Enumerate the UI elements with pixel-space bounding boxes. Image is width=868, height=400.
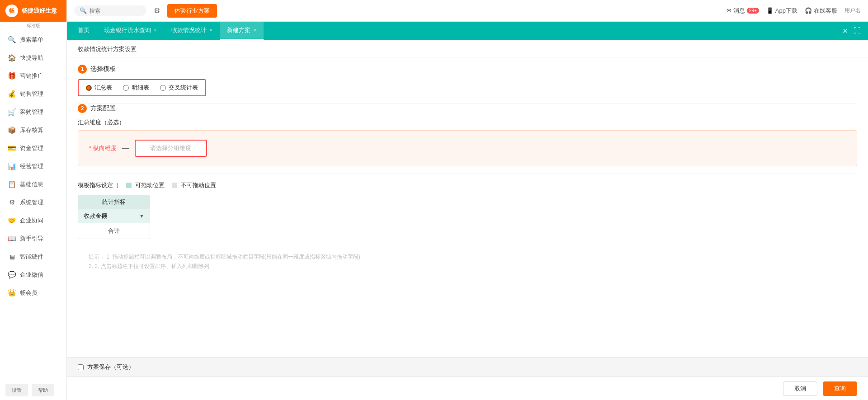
template-cross-radio[interactable]: [160, 85, 166, 91]
sidebar-item-operations[interactable]: 📊 经营管理: [0, 157, 66, 175]
sidebar-item-marketing[interactable]: 🎁 营销推广: [0, 67, 66, 85]
sidebar-item-member[interactable]: 👑 畅会员: [0, 284, 66, 302]
legend-draggable-label: 可拖动位置: [135, 181, 165, 189]
sidebar-item-inventory[interactable]: 📦 库存核算: [0, 121, 66, 139]
save-checkbox[interactable]: [78, 364, 84, 370]
tab-new-plan-label: 新建方案: [227, 26, 250, 34]
user-name: 用户名: [844, 7, 861, 14]
tips-area: 1. 拖动标题栏可以调整布局，不可跨维度或指标区域拖动栏目字段(只能在同一维度或…: [78, 248, 857, 278]
indicator-header: 模板指标设定（ 可拖动位置 不可拖动位置: [78, 181, 857, 189]
sidebar-item-label: 畅会员: [20, 289, 38, 297]
chart-icon: 📊: [7, 162, 16, 171]
logo-icon: 畅: [5, 5, 18, 17]
tabbar-actions: ✕ ⛶: [840, 22, 864, 40]
sidebar-item-hardware[interactable]: 🖥 智能硬件: [0, 248, 66, 266]
indicator-table-header: 统计指标: [78, 195, 150, 209]
breadcrumb-text: 收款情况统计方案设置: [78, 46, 137, 52]
bottom-save: 方案保存（可选）: [67, 357, 868, 376]
tab-expand-icon[interactable]: ⛶: [852, 27, 863, 35]
tab-new-plan[interactable]: 新建方案 ×: [220, 22, 264, 40]
tip-2-text: 2. 点击标题栏下拉可设置排序、插入列和删除列: [94, 263, 209, 269]
trial-button[interactable]: 体验行业方案: [167, 4, 217, 18]
template-detail[interactable]: 明细表: [123, 84, 149, 92]
tip-2-num: 2.: [89, 263, 94, 269]
template-summary-radio[interactable]: [86, 85, 92, 91]
gift-icon: 🎁: [7, 71, 16, 80]
legend-non-draggable: 不可拖动位置: [172, 181, 216, 189]
sidebar-logo: 畅 畅捷通好生意: [0, 0, 66, 22]
chat-icon: 💬: [7, 270, 16, 279]
card-icon: 💳: [7, 144, 16, 153]
sidebar-item-basics[interactable]: 📋 基础信息: [0, 175, 66, 193]
tab-receipt-stat[interactable]: 收款情况统计 ×: [164, 22, 220, 40]
legend-non-draggable-label: 不可拖动位置: [181, 181, 216, 189]
tip-2: 2. 2. 点击标题栏下拉可设置排序、插入列和删除列: [89, 263, 846, 270]
sidebar-help-btn[interactable]: 帮助: [32, 384, 54, 396]
step1-num: 1: [78, 65, 87, 74]
sidebar-item-label: 库存核算: [20, 126, 43, 134]
search-icon: 🔍: [80, 7, 87, 14]
tab-cash-query[interactable]: 现金银行流水查询 ×: [97, 22, 164, 40]
sidebar-item-label: 快捷导航: [20, 54, 43, 62]
message-label: 消息: [733, 7, 745, 15]
tab-home-label: 首页: [78, 26, 90, 34]
tab-cash-query-close[interactable]: ×: [154, 27, 157, 33]
save-label: 方案保存（可选）: [87, 363, 134, 371]
arrow-icon: —: [122, 144, 129, 152]
message-action[interactable]: ✉ 消息 99+: [726, 7, 759, 15]
step2-num: 2: [78, 104, 87, 113]
online-service-action[interactable]: 🎧 在线客服: [805, 7, 837, 15]
indicator-col-header: 收款金额 ▼: [78, 209, 150, 223]
topbar-search[interactable]: 🔍: [74, 5, 146, 16]
tab-new-plan-close[interactable]: ×: [253, 27, 256, 33]
sidebar-item-funds[interactable]: 💳 资金管理: [0, 139, 66, 157]
search-input[interactable]: [90, 8, 135, 14]
page-inner: 收款情况统计方案设置 1 选择模板 汇总表 明细表: [67, 40, 868, 357]
template-summary[interactable]: 汇总表: [86, 84, 112, 92]
box-icon: 📦: [7, 126, 16, 135]
template-detail-radio[interactable]: [123, 85, 129, 91]
sidebar-item-sales[interactable]: 💰 销售管理: [0, 85, 66, 103]
sidebar-item-search[interactable]: 🔍 搜索菜单: [0, 31, 66, 49]
template-cross[interactable]: 交叉统计表: [160, 84, 198, 92]
template-summary-label: 汇总表: [94, 84, 112, 92]
tab-receipt-stat-label: 收款情况统计: [171, 26, 207, 34]
step2-section: 2 方案配置 汇总维度（必选） * 纵向维度 — 请选择分组维度: [67, 104, 868, 285]
settings-gear-icon[interactable]: ⚙: [154, 6, 160, 15]
message-badge: 99+: [747, 8, 759, 14]
home-icon: 🏠: [7, 53, 16, 62]
sidebar-item-quick-nav[interactable]: 🏠 快捷导航: [0, 49, 66, 67]
tab-close-window-icon[interactable]: ✕: [840, 27, 850, 35]
tab-receipt-stat-close[interactable]: ×: [209, 27, 212, 33]
sidebar-item-wechat[interactable]: 💬 企业微信: [0, 266, 66, 284]
logo-text: 畅捷通好生意: [22, 7, 57, 14]
vertical-dimension-label: * 纵向维度: [89, 144, 117, 152]
sidebar-item-label: 企业协同: [20, 216, 43, 225]
dimension-placeholder[interactable]: 请选择分组维度: [135, 140, 207, 157]
col-header-dropdown-icon[interactable]: ▼: [139, 213, 144, 219]
sidebar-item-enterprise[interactable]: 🤝 企业协同: [0, 212, 66, 230]
page-content: 收款情况统计方案设置 1 选择模板 汇总表 明细表: [67, 40, 868, 376]
tab-home[interactable]: 首页: [71, 22, 97, 40]
app-icon: 📱: [766, 7, 774, 14]
step2-title: 2 方案配置: [78, 104, 857, 113]
template-detail-label: 明细表: [132, 84, 149, 92]
sidebar-item-label: 搜索菜单: [20, 36, 43, 44]
step1-section: 1 选择模板 汇总表 明细表 交叉统计表: [67, 57, 868, 104]
sidebar-item-label: 销售管理: [20, 90, 43, 98]
sidebar-item-system[interactable]: ⚙ 系统管理: [0, 193, 66, 212]
gear-icon: ⚙: [7, 198, 16, 207]
app-download-action[interactable]: 📱 App下载: [766, 7, 797, 15]
confirm-button[interactable]: 查询: [823, 381, 857, 396]
sidebar-nav: 🔍 搜索菜单 🏠 快捷导航 🎁 营销推广 💰 销售管理 🛒 采购管理 📦 库存核…: [0, 31, 66, 380]
sidebar-item-purchase[interactable]: 🛒 采购管理: [0, 103, 66, 121]
sidebar-item-label: 基础信息: [20, 180, 43, 188]
sidebar-item-guide[interactable]: 📖 新手引导: [0, 230, 66, 248]
message-icon: ✉: [726, 7, 731, 14]
sidebar-setting-btn[interactable]: 设置: [5, 384, 28, 396]
cancel-button[interactable]: 取消: [783, 381, 817, 396]
indicator-settings-label: 模板指标设定（: [78, 181, 119, 189]
legend-draggable: 可拖动位置: [126, 181, 165, 189]
clipboard-icon: 📋: [7, 180, 16, 189]
step1-title: 1 选择模板: [78, 65, 857, 74]
